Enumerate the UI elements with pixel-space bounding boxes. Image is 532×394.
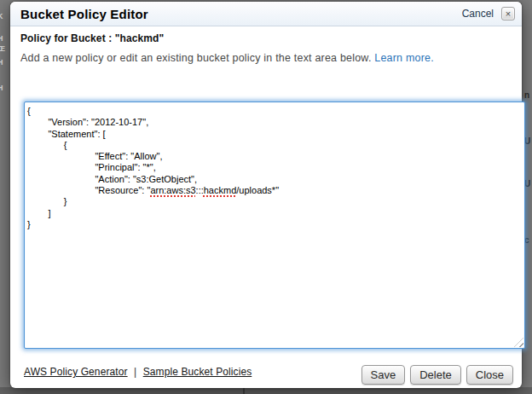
backdrop-text-fragment: Œ [0, 44, 9, 53]
backdrop-text-fragment: n [524, 90, 532, 100]
save-button[interactable]: Save [361, 365, 406, 385]
modal-backdrop: K H Œ H H n U U c Bucket Policy Editor C… [0, 0, 532, 394]
cancel-link[interactable]: Cancel [462, 8, 494, 20]
description-text: Add a new policy or edit an existing buc… [20, 52, 372, 64]
backdrop-bottom-strip [0, 387, 532, 394]
backdrop-text-fragment: U [524, 179, 532, 188]
policy-for-bucket-label: Policy for Bucket : "hackmd" [20, 32, 512, 44]
dialog-body: Policy for Bucket : "hackmd" Add a new p… [10, 26, 522, 64]
dialog-title: Bucket Policy Editor [20, 7, 462, 21]
backdrop-text-fragment: K [0, 12, 9, 20]
backdrop-text-fragment: H [0, 84, 9, 92]
aws-policy-generator-link[interactable]: AWS Policy Generator [24, 366, 128, 378]
dialog-header: Bucket Policy Editor Cancel × [10, 2, 522, 26]
backdrop-text-fragment: c [524, 235, 532, 245]
sample-bucket-policies-link[interactable]: Sample Bucket Policies [143, 366, 252, 378]
backdrop-text-fragment: H [0, 34, 9, 43]
policy-textarea[interactable]: { "Version": "2012-10-17", "Statement": … [24, 101, 525, 349]
backdrop-text-fragment: U [524, 136, 532, 146]
close-button[interactable]: × [501, 7, 515, 20]
close-dialog-button[interactable]: Close [466, 365, 513, 385]
bucket-policy-editor-dialog: Bucket Policy Editor Cancel × Policy for… [10, 2, 522, 388]
backdrop-text-fragment: H [0, 58, 9, 67]
backdrop-divider-line [243, 387, 245, 394]
dialog-description: Add a new policy or edit an existing buc… [20, 52, 512, 64]
footer-links: AWS Policy Generator | Sample Bucket Pol… [24, 366, 252, 378]
footer-buttons: Save Delete Close [361, 365, 513, 385]
learn-more-link[interactable]: Learn more. [374, 52, 434, 64]
close-icon: × [506, 9, 511, 19]
policy-text: { "Version": "2012-10-17", "Statement": … [27, 106, 521, 230]
delete-button[interactable]: Delete [410, 365, 461, 385]
resize-grip[interactable] [514, 338, 523, 347]
link-separator: | [134, 366, 136, 378]
